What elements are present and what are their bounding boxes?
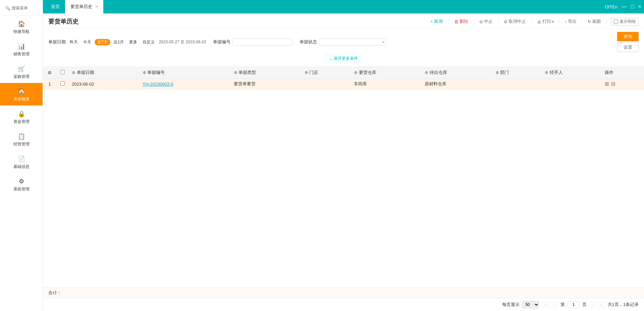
col-order-no-label: ≑ 单据编号 bbox=[143, 70, 165, 75]
pagination-bar: 每页显示 102050100 « ‹ 第 页 › » 共1页，1条记录 bbox=[43, 298, 644, 311]
col-date-header[interactable]: ≑ 单据日期 bbox=[68, 67, 139, 79]
export-button[interactable]: ↑ 导出 bbox=[564, 18, 578, 25]
export-icon: ↑ bbox=[565, 19, 567, 24]
date-option-custom[interactable]: 自定义 bbox=[141, 39, 157, 46]
sidebar-search-area[interactable]: 🔍 搜索菜单 bbox=[0, 0, 43, 15]
sidebar-item-basic[interactable]: 📄 基础信息 bbox=[0, 150, 43, 173]
col-checkbox-header[interactable] bbox=[56, 67, 68, 79]
display-detail-checkbox[interactable]: 显示明细 bbox=[611, 18, 639, 26]
sidebar-label-quick-nav: 快捷导航 bbox=[13, 29, 30, 35]
date-option-yesterday[interactable]: 昨天 bbox=[68, 39, 80, 46]
sidebar-item-purchase[interactable]: 🛒 采购管理 bbox=[0, 60, 43, 83]
window-maximize-btn[interactable]: □ bbox=[631, 4, 634, 10]
col-settings[interactable]: ⚙ bbox=[43, 67, 56, 79]
sep1 bbox=[448, 19, 449, 24]
row-checkbox-cell[interactable] bbox=[56, 79, 68, 90]
date-options: 昨天今天近7天近1月更多自定义 bbox=[68, 39, 157, 46]
refresh-icon: ↻ bbox=[588, 19, 591, 24]
col-order-type-label: ≑ 单据类型 bbox=[234, 70, 256, 75]
sidebar-label-finance: 资金管理 bbox=[13, 119, 30, 125]
order-no-input[interactable] bbox=[232, 38, 293, 46]
delete-icon: 🗑 bbox=[454, 19, 459, 24]
sidebar-search-btn[interactable]: 🔍 搜索菜单 bbox=[3, 4, 39, 12]
date-option-today[interactable]: 今天 bbox=[81, 39, 93, 46]
select-all-checkbox[interactable] bbox=[60, 70, 65, 74]
sidebar-icon-quick-nav: 🏠 bbox=[18, 20, 25, 28]
sidebar-icon-sales: 📊 bbox=[18, 43, 25, 50]
last-page-btn[interactable]: » bbox=[598, 301, 605, 308]
per-page-select[interactable]: 102050100 bbox=[522, 301, 539, 308]
sidebar-label-purchase: 采购管理 bbox=[13, 74, 30, 80]
expand-row: ⌄ 展开更多条件 bbox=[48, 54, 639, 63]
tab-close-history[interactable]: × bbox=[96, 4, 98, 9]
row-actions: ⊞ ⊟ bbox=[601, 79, 644, 90]
date-option-more[interactable]: 更多 bbox=[127, 39, 139, 46]
table-body: 1 2023-06-02 YH-20230602-0 要货单要货 车间库 原材料… bbox=[43, 79, 644, 90]
row-edit-icon[interactable]: ⊞ bbox=[605, 81, 609, 87]
sidebar-item-sales[interactable]: 📊 销售管理 bbox=[0, 38, 43, 60]
row-more-icon[interactable]: ⊟ bbox=[611, 81, 615, 87]
filter-actions: 查询 设置 bbox=[617, 32, 639, 52]
search-button[interactable]: 查询 bbox=[617, 32, 639, 41]
row-request-wh: 车间库 bbox=[351, 79, 421, 90]
col-handler-header[interactable]: ≑ 经手人 bbox=[541, 67, 601, 79]
page-title: 要货单历史 bbox=[48, 17, 78, 26]
print-chevron-icon: ▾ bbox=[552, 20, 554, 24]
window-minimize-btn[interactable]: — bbox=[622, 4, 627, 10]
table-container: ⚙ ≑ 单据日期 ≑ 单据编号 ≑ 单据类型 bbox=[43, 67, 644, 287]
table-header: ⚙ ≑ 单据日期 ≑ 单据编号 ≑ 单据类型 bbox=[43, 67, 644, 79]
row-checkbox[interactable] bbox=[60, 81, 65, 86]
settings-button[interactable]: 设置 bbox=[617, 43, 639, 52]
filter-row-1: 单据日期 昨天今天近7天近1月更多自定义 2023-05-27 至 2023-0… bbox=[48, 32, 639, 52]
col-store-header[interactable]: ≑ 门店 bbox=[301, 67, 351, 79]
content-area: 要货单历史 + 新增 🗑 删除 ⊘ 中止 ⊘ 取消中止 bbox=[43, 13, 644, 311]
prev-page-btn[interactable]: ‹ bbox=[552, 301, 558, 308]
add-button[interactable]: + 新增 bbox=[429, 18, 444, 25]
date-option-last1month[interactable]: 近1月 bbox=[112, 39, 126, 46]
delete-button[interactable]: 🗑 删除 bbox=[453, 18, 470, 25]
sidebar-item-quick-nav[interactable]: 🏠 快捷导航 bbox=[0, 15, 43, 38]
display-detail-input[interactable] bbox=[614, 19, 618, 24]
col-action-label: 操作 bbox=[605, 70, 613, 75]
col-dept-header[interactable]: ≑ 部门 bbox=[492, 67, 542, 79]
tab-label-history: 要货单历史 bbox=[70, 4, 92, 10]
col-request-wh-header[interactable]: ≑ 要货仓库 bbox=[351, 67, 421, 79]
status-label: 单据状态 bbox=[300, 39, 317, 45]
first-page-btn[interactable]: « bbox=[542, 301, 549, 308]
expand-more-btn[interactable]: ⌄ 展开更多条件 bbox=[325, 54, 362, 63]
order-no-filter-group: 单据编号 bbox=[213, 38, 293, 46]
page-input[interactable] bbox=[568, 301, 580, 308]
sidebar-icon-inventory: 🏠 bbox=[18, 88, 25, 95]
topbar-tab-home[interactable]: 首页 bbox=[46, 0, 65, 13]
status-select[interactable] bbox=[319, 38, 386, 46]
next-page-btn[interactable]: › bbox=[589, 301, 595, 308]
sidebar-item-inventory[interactable]: 🏠 库存核算 bbox=[0, 83, 43, 105]
order-no-link[interactable]: YH-20230602-0 bbox=[143, 82, 173, 87]
sidebar-icon-purchase: 🛒 bbox=[18, 65, 25, 73]
topbar-tab-history[interactable]: 要货单历史× bbox=[65, 0, 103, 13]
date-option-last7[interactable]: 近7天 bbox=[95, 39, 110, 45]
sidebar-item-operation[interactable]: 📋 经营管理 bbox=[0, 128, 43, 150]
row-order-no[interactable]: YH-20230602-0 bbox=[139, 79, 230, 90]
cancel-stop-icon: ⊘ bbox=[504, 19, 507, 24]
expand-icon: ⌄ bbox=[329, 56, 332, 61]
window-close-btn[interactable]: × bbox=[638, 4, 641, 10]
tab-label-home: 首页 bbox=[51, 4, 60, 10]
col-order-type-header[interactable]: ≑ 单据类型 bbox=[230, 67, 301, 79]
refresh-button[interactable]: ↻ 刷新 bbox=[586, 18, 602, 25]
sidebar-label-basic: 基础信息 bbox=[13, 164, 30, 170]
stop-button[interactable]: ⊘ 中止 bbox=[478, 18, 494, 25]
print-button[interactable]: 🖨 打印 ▾ bbox=[536, 18, 555, 25]
status-filter-group: 单据状态 bbox=[300, 38, 386, 46]
col-pending-wh-header[interactable]: ≑ 待出仓库 bbox=[421, 67, 492, 79]
sep6 bbox=[582, 19, 582, 24]
cancel-stop-button[interactable]: ⊘ 取消中止 bbox=[502, 18, 527, 25]
sidebar-item-finance[interactable]: 🔒 资金管理 bbox=[0, 105, 43, 128]
col-order-no-header[interactable]: ≑ 单据编号 bbox=[139, 67, 230, 79]
total-info: 共1页，1条记录 bbox=[608, 302, 639, 308]
settings-gear-icon[interactable]: ⚙ bbox=[48, 70, 52, 75]
sidebar-item-system[interactable]: ⚙ 系统管理 bbox=[0, 173, 43, 195]
total-label: 合计： bbox=[48, 290, 61, 296]
row-pending-wh: 原材料仓库 bbox=[421, 79, 492, 90]
sep5 bbox=[559, 19, 559, 24]
